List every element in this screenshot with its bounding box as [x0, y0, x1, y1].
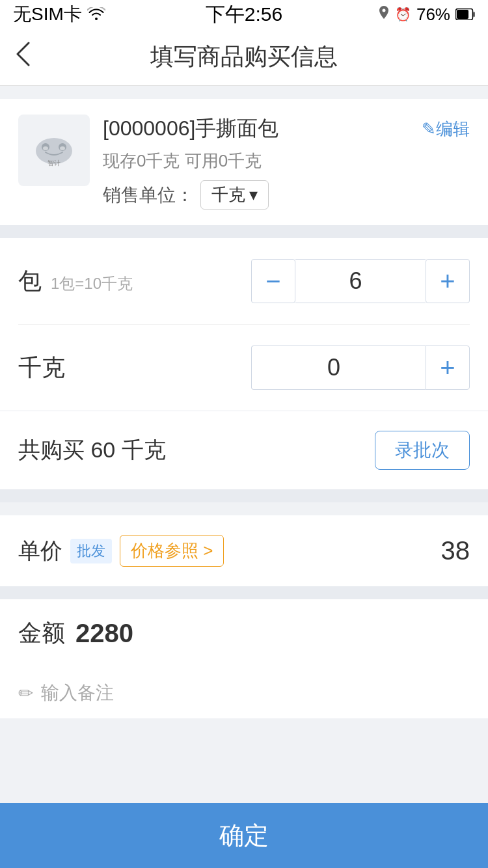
battery-label: 76% — [416, 5, 450, 25]
pack-quantity-row: 包 1包=10千克 − + — [18, 238, 470, 325]
kg-plus-button[interactable]: + — [426, 346, 470, 390]
amount-row: 金额 2280 — [0, 599, 488, 668]
batch-button[interactable]: 录批次 — [375, 431, 470, 470]
quantity-section: 包 1包=10千克 − + 千克 + — [0, 238, 488, 411]
divider-2 — [0, 489, 488, 502]
note-row[interactable]: ✏ 输入备注 — [0, 668, 488, 718]
kg-quantity-input[interactable] — [251, 346, 426, 390]
kg-label: 千克 — [18, 352, 65, 384]
unit-label: 销售单位： — [103, 183, 194, 208]
price-ref-button[interactable]: 价格参照 > — [120, 535, 224, 567]
svg-point-0 — [382, 8, 385, 12]
price-ref-label: 价格参照 > — [131, 539, 213, 562]
pack-minus-button[interactable]: − — [251, 259, 295, 303]
svg-rect-2 — [457, 10, 468, 19]
product-unit-row: 销售单位： 千克 ▾ — [103, 180, 470, 210]
product-info: [0000006]手撕面包 ✎编辑 现存0千克 可用0千克 销售单位： 千克 ▾ — [103, 115, 470, 210]
kg-quantity-control: + — [251, 346, 470, 390]
carrier-label: 无SIM卡 — [13, 2, 82, 27]
product-stock: 现存0千克 可用0千克 — [103, 150, 470, 172]
dropdown-icon: ▾ — [249, 185, 258, 205]
unit-value: 千克 — [211, 183, 245, 206]
note-placeholder: 输入备注 — [41, 681, 114, 705]
svg-point-7 — [43, 146, 48, 150]
divider-1 — [0, 225, 488, 238]
price-label-row: 单价 批发 价格参照 > — [18, 535, 224, 567]
battery-icon — [455, 5, 475, 25]
pack-label-sub: 1包=10千克 — [51, 273, 133, 294]
price-label: 单价 — [18, 536, 62, 566]
pack-label-main: 包 — [18, 265, 42, 297]
svg-text:智计: 智计 — [47, 159, 61, 167]
svg-point-8 — [60, 146, 65, 150]
pack-quantity-input[interactable] — [295, 259, 426, 303]
amount-section: 金额 2280 ✏ 输入备注 — [0, 586, 488, 718]
alarm-icon: ⏰ — [395, 7, 411, 22]
unit-select[interactable]: 千克 ▾ — [200, 180, 269, 210]
total-label: 共购买 60 千克 — [18, 435, 166, 465]
amount-label: 金额 — [18, 617, 65, 649]
svg-rect-3 — [473, 12, 475, 17]
total-section: 共购买 60 千克 录批次 — [0, 411, 488, 489]
wifi-icon — [87, 4, 105, 25]
page-title: 填写商品购买信息 — [150, 41, 338, 73]
status-right: ⏰ 76% — [378, 5, 475, 25]
kg-label-main: 千克 — [18, 352, 65, 384]
price-section: 单价 批发 价格参照 > 38 — [0, 515, 488, 586]
status-time: 下午2:56 — [206, 1, 282, 28]
nav-bar: 填写商品购买信息 — [0, 29, 488, 86]
pencil-icon: ✏ — [18, 683, 33, 704]
product-name: [0000006]手撕面包 — [103, 115, 278, 143]
status-left: 无SIM卡 — [13, 2, 105, 27]
amount-value: 2280 — [75, 619, 133, 648]
edit-button[interactable]: ✎编辑 — [422, 118, 470, 141]
product-image: 智计 — [18, 115, 90, 186]
pack-label: 包 1包=10千克 — [18, 265, 133, 297]
price-value: 38 — [441, 536, 470, 565]
back-button[interactable] — [16, 42, 30, 72]
kg-quantity-row: 千克 + — [18, 325, 470, 411]
pack-quantity-control: − + — [251, 259, 470, 303]
status-bar: 无SIM卡 下午2:56 ⏰ 76% — [0, 0, 488, 29]
pack-plus-button[interactable]: + — [426, 259, 470, 303]
price-tag: 批发 — [70, 539, 112, 563]
product-card: 智计 [0000006]手撕面包 ✎编辑 现存0千克 可用0千克 销售单位： 千… — [0, 99, 488, 225]
confirm-button[interactable]: 确定 — [0, 803, 488, 868]
location-icon — [378, 5, 390, 25]
